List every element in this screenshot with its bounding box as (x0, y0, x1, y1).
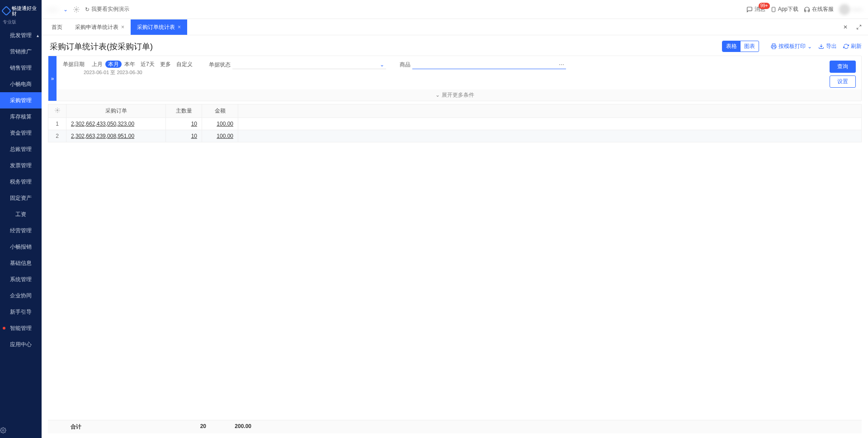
print-template-button[interactable]: 按模板打印 ⌄ (771, 42, 812, 50)
brand-name: 畅捷通好业财 (12, 5, 40, 16)
refresh-icon: ↻ (85, 6, 90, 13)
app-download-button[interactable]: App下载 (771, 5, 798, 13)
message-icon (746, 6, 753, 13)
svg-point-1 (75, 9, 77, 10)
sidebar-item-4[interactable]: 采购管理 (0, 92, 42, 108)
filter-settings-button[interactable]: 设置 (830, 75, 856, 88)
headset-icon (804, 6, 810, 13)
close-icon[interactable]: × (178, 19, 181, 35)
sidebar-item-9[interactable]: 税务管理 (0, 174, 42, 190)
view-toggle-table[interactable]: 表格 (722, 41, 741, 52)
table-settings-icon[interactable] (48, 104, 66, 118)
date-pill-5[interactable]: 自定义 (174, 61, 195, 68)
tab-label: 采购申请单统计表 (75, 19, 118, 35)
sidebar-item-17[interactable]: 新手引导 (0, 304, 42, 320)
sidebar-item-6[interactable]: 资金管理 (0, 125, 42, 141)
results-table: 采购订单 主数量 金额 12,302,662,433,050,323.00101… (48, 104, 862, 433)
cell-amount[interactable]: 100.00 (202, 130, 238, 142)
tab-0[interactable]: 首页 (45, 19, 69, 35)
sidebar-item-5[interactable]: 库存核算 (0, 108, 42, 125)
date-pill-2[interactable]: 本年 (122, 61, 138, 68)
sidebar-item-label: 库存核算 (10, 113, 32, 121)
cell-qty[interactable]: 10 (166, 118, 202, 130)
sidebar-item-label: 经营管理 (10, 227, 32, 235)
filter-area: » 单据日期 上月本月本年近7天更多自定义 2023-06-01 至 2023-… (48, 56, 862, 101)
sidebar-item-10[interactable]: 固定资产 (0, 190, 42, 206)
table-header-row: 采购订单 主数量 金额 (48, 104, 862, 118)
date-pill-4[interactable]: 更多 (157, 61, 174, 68)
sidebar-item-1[interactable]: 营销推广 (0, 43, 42, 60)
sidebar-item-label: 工资 (15, 211, 26, 218)
sidebar-item-13[interactable]: 小畅报销 (0, 239, 42, 255)
svg-point-0 (2, 429, 4, 431)
tab-1[interactable]: 采购申请单统计表× (69, 19, 131, 35)
sidebar-item-0[interactable]: 批发管理▴ (0, 27, 42, 43)
messages-button[interactable]: 消息 99+ (746, 5, 765, 13)
filter-product: 商品 ⋯ (400, 61, 566, 69)
date-pill-1[interactable]: 本月 (105, 61, 122, 68)
cell-amount[interactable]: 100.00 (202, 118, 238, 130)
gear-icon[interactable] (73, 6, 80, 13)
sidebar-item-14[interactable]: 基础信息 (0, 255, 42, 271)
totals-label: 合计 (66, 420, 165, 433)
export-button[interactable]: 导出 (818, 42, 837, 50)
brand-logo-icon (1, 6, 12, 16)
page-header: 采购订单统计表(按采购订单) 表格 图表 按模板打印 ⌄ (48, 35, 862, 56)
filter-product-input[interactable]: ⋯ (412, 61, 566, 69)
sidebar-item-3[interactable]: 小畅电商 (0, 76, 42, 92)
sidebar-item-18[interactable]: 智能管理 (0, 320, 42, 336)
tab-2[interactable]: 采购订单统计表× (131, 19, 187, 35)
user-menu[interactable]: —— (839, 4, 863, 15)
refresh-icon (843, 43, 849, 49)
sidebar-item-11[interactable]: 工资 (0, 206, 42, 222)
query-button[interactable]: 查询 (830, 61, 856, 73)
org-picker[interactable]: —— (47, 6, 58, 13)
sidebar-item-7[interactable]: 总账管理 (0, 141, 42, 157)
col-amount[interactable]: 金额 (202, 104, 238, 118)
view-toggle-chart[interactable]: 图表 (741, 41, 759, 52)
demo-link[interactable]: ↻ 我要看实例演示 (85, 5, 129, 13)
tab-fullscreen-button[interactable] (854, 22, 864, 33)
page-title: 采购订单统计表(按采购订单) (50, 41, 153, 52)
refresh-button[interactable]: 刷新 (843, 42, 862, 50)
printer-icon (771, 43, 777, 49)
sidebar-item-8[interactable]: 发票管理 (0, 157, 42, 174)
customer-service-button[interactable]: 在线客服 (804, 5, 834, 13)
date-pill-0[interactable]: 上月 (89, 61, 105, 68)
filter-status-select[interactable]: ⌄ (232, 61, 386, 69)
svg-point-4 (57, 110, 58, 111)
sidebar-item-label: 总账管理 (10, 146, 32, 153)
totals-row: 合计 20 200.00 (48, 420, 862, 433)
col-order[interactable]: 采购订单 (66, 104, 166, 118)
filter-date: 单据日期 上月本月本年近7天更多自定义 2023-06-01 至 2023-06… (63, 61, 195, 76)
sidebar-item-19[interactable]: 应用中心 (0, 336, 42, 353)
sidebar-item-16[interactable]: 企业协同 (0, 287, 42, 304)
sidebar-item-12[interactable]: 经营管理 (0, 222, 42, 239)
sidebar-item-label: 智能管理 (10, 325, 32, 332)
cell-qty[interactable]: 10 (166, 130, 202, 142)
sidebar-item-label: 新手引导 (10, 308, 32, 316)
date-pill-3[interactable]: 近7天 (138, 61, 157, 68)
svg-rect-2 (772, 7, 775, 12)
chevron-down-icon: ⌄ (435, 92, 440, 98)
cell-order[interactable]: 2,302,662,433,050,323.00 (66, 118, 166, 130)
sidebar-item-2[interactable]: 销售管理 (0, 60, 42, 76)
tab-row: 首页采购申请单统计表×采购订单统计表× ✕ (42, 19, 868, 35)
avatar (839, 4, 850, 15)
brand-edition: 专业版 (0, 19, 42, 25)
sidebar-item-label: 小畅报销 (10, 243, 32, 251)
col-qty[interactable]: 主数量 (166, 104, 202, 118)
mobile-icon (771, 6, 776, 13)
tab-close-all-button[interactable]: ✕ (840, 22, 851, 33)
close-icon[interactable]: × (121, 19, 124, 35)
row-index: 2 (48, 130, 66, 142)
cell-order[interactable]: 2,302,663,239,008,951.00 (66, 130, 166, 142)
expand-more-filters[interactable]: ⌄ 展开更多条件 (48, 89, 861, 101)
sidebar-item-15[interactable]: 系统管理 (0, 271, 42, 287)
sidebar-item-label: 采购管理 (10, 97, 32, 104)
sidebar-item-label: 税务管理 (10, 178, 32, 186)
sidebar-settings-icon[interactable] (0, 423, 42, 438)
filter-collapse-handle[interactable]: » (48, 56, 57, 101)
chevron-down-icon[interactable]: ⌄ (63, 6, 68, 13)
sidebar-item-label: 小畅电商 (10, 80, 32, 88)
